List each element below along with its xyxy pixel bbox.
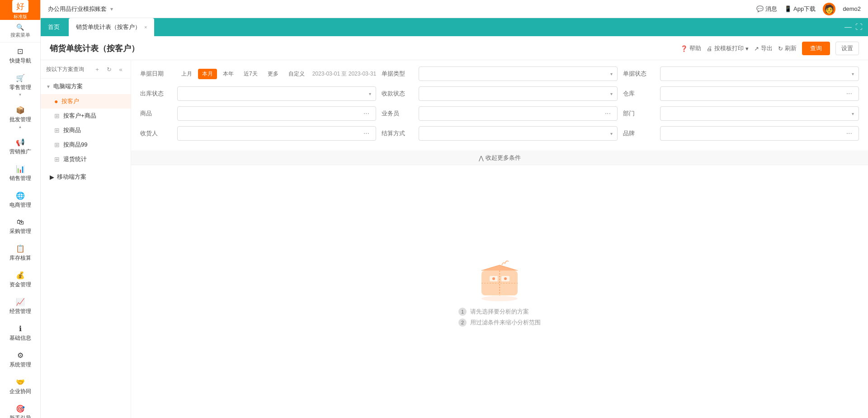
by-customer-label: 按客户 [61,97,79,105]
user-avatar[interactable]: 🧑 [823,3,835,15]
page-actions: ❓ 帮助 🖨 按模板打印 ▾ ↗ 导出 ↻ 刷新 查询 设置 [680,42,859,55]
date-btn-more[interactable]: 更多 [264,69,283,79]
tabbar-actions: — ⛶ [839,23,868,31]
purchase-icon: 🛍 [17,218,24,226]
salesperson-dots-icon[interactable]: ··· [603,109,613,118]
receiver-input[interactable]: ··· [177,126,376,141]
tabbar-minimize-icon[interactable]: — [844,23,852,31]
sidebar-item-wholesale[interactable]: 📦 批发管理 ▲ [0,101,40,133]
salesperson-input[interactable]: ··· [419,106,618,121]
scheme-item-return-stats[interactable]: ⊞ 退货统计 [41,152,131,166]
sidebar-item-sales[interactable]: 📊 销售管理 [0,160,40,187]
message-button[interactable]: 💬 消息 [756,5,777,13]
tab-close-icon[interactable]: × [144,24,147,30]
app-logo[interactable]: 好 标准版 [0,0,41,20]
collapse-up-icon: ⋀ [479,155,484,162]
department-input[interactable]: ▾ [660,106,859,121]
scheme-item-by-customer-goods[interactable]: ⊞ 按客户+商品 [41,109,131,123]
refresh-scheme-button[interactable]: ↻ [104,65,113,74]
desktop-group-header[interactable]: ▼ 电脑端方案 [41,79,131,94]
sidebar-item-new-guide[interactable]: 🎯 新手引导 [0,400,40,418]
export-button[interactable]: ↗ 导出 [754,44,773,52]
template-print-button[interactable]: 🖨 按模板打印 ▾ [707,44,749,52]
sidebar-item-finance[interactable]: 💰 资金管理 [0,266,40,293]
export-icon: ↗ [754,45,759,52]
out-status-input[interactable]: ▾ [177,86,376,101]
empty-state: 1 请先选择要分析的方案 2 用过滤条件来缩小分析范围 [131,165,868,418]
query-button[interactable]: 查询 [802,42,830,55]
goods-dots-icon[interactable]: ··· [362,109,371,118]
brand-input[interactable]: ··· [660,126,859,141]
sidebar-item-ecommerce[interactable]: 🌐 电商管理 [0,187,40,214]
sidebar-item-system[interactable]: ⚙ 系统管理 [0,347,40,373]
warehouse-input[interactable]: ··· [660,86,859,101]
finance-icon: 💰 [16,271,25,280]
sales-label: 销售管理 [9,175,31,182]
empty-illustration [472,257,527,302]
refresh-button[interactable]: ↻ 刷新 [778,44,797,52]
collect-status-input[interactable]: ▾ [419,86,618,101]
date-btn-current-month[interactable]: 本月 [198,69,217,79]
topbar-dropdown-icon[interactable]: ▾ [110,6,113,12]
settlement-input[interactable]: ▾ [419,126,618,141]
mobile-group-header[interactable]: ▶ 移动端方案 [41,170,131,184]
bill-status-input[interactable]: ▾ [660,66,859,81]
out-status-arrow-icon: ▾ [369,91,371,96]
date-btn-last-7-days[interactable]: 近7天 [240,69,262,79]
scheme-item-by-goods[interactable]: ⊞ 按商品 [41,123,131,138]
mobile-group-label: 移动端方案 [57,173,86,181]
sidebar-item-quick-nav[interactable]: ⊡ 快捷导航 [0,43,40,69]
refresh-icon: ↻ [778,45,783,52]
receiver-dots-icon[interactable]: ··· [362,129,371,138]
basic-info-icon: ℹ [19,324,22,333]
help-icon: ❓ [680,45,688,52]
mobile-scheme-group: ▶ 移动端方案 [41,170,131,187]
collapse-bar[interactable]: ⋀ 收起更多条件 [131,151,868,165]
settings-button[interactable]: 设置 [835,42,859,55]
sidebar: 好 标准版 🔍 搜索菜单 ⊡ 快捷导航 🛒 零售管理 ▼ 📦 批发管理 ▲ 📢 … [0,0,41,418]
sidebar-item-search[interactable]: 🔍 搜索菜单 [0,20,40,43]
collapse-panel-button[interactable]: « [116,65,125,74]
date-btn-custom[interactable]: 自定义 [284,69,309,79]
date-btn-current-year[interactable]: 本年 [219,69,238,79]
collect-status-arrow-icon: ▾ [610,91,613,96]
marketing-label: 营销推广 [9,148,31,156]
date-range-display: 2023-03-01 至 2023-03-31 [312,70,376,78]
warehouse-dots-icon[interactable]: ··· [844,90,854,98]
bill-type-input[interactable]: ▾ [419,66,618,81]
tab-home[interactable]: 首页 [41,18,67,36]
scheme-item-by-customer[interactable]: ● 按客户 [41,94,131,109]
sidebar-item-basic-info[interactable]: ℹ 基础信息 [0,320,40,347]
sidebar-item-purchase[interactable]: 🛍 采购管理 [0,214,40,240]
sidebar-item-inventory[interactable]: 📋 库存核算 [0,240,40,266]
add-scheme-button[interactable]: + [93,65,102,74]
return-stats-label: 退货统计 [63,155,87,163]
wholesale-label: 批发管理 [9,116,31,124]
brand-dots-icon[interactable]: ··· [844,129,854,138]
sidebar-item-retail[interactable]: 🛒 零售管理 ▼ [0,69,40,101]
settlement-label: 结算方式 [382,129,413,138]
sidebar-item-marketing[interactable]: 📢 营销推广 [0,133,40,160]
goods-input[interactable]: ··· [177,106,376,121]
scheme-item-by-goods-99[interactable]: ⊞ 按商品99 [41,138,131,152]
help-label: 帮助 [689,44,701,52]
purchase-label: 采购管理 [9,228,31,235]
empty-tip-1: 1 请先选择要分析的方案 [458,308,541,316]
desktop-scheme-group: ▼ 电脑端方案 ● 按客户 ⊞ 按客户+商品 ⊞ [41,79,131,170]
sidebar-item-enterprise[interactable]: 🤝 企业协同 [0,373,40,400]
user-name[interactable]: demo2 [843,5,861,12]
empty-svg-illustration [472,257,527,302]
ecommerce-icon: 🌐 [16,191,25,200]
help-button[interactable]: ❓ 帮助 [680,44,701,52]
tip-1-text: 请先选择要分析的方案 [470,308,529,316]
sidebar-item-operations[interactable]: 📈 经营管理 [0,293,40,320]
collect-status-label: 收款状态 [382,90,413,98]
app-download-button[interactable]: 📱 App下载 [784,5,816,13]
brand-label: 品牌 [623,129,655,138]
tab-active[interactable]: 销货单统计表（按客户） × [69,18,154,36]
left-panel-title: 按以下方案查询 [46,66,90,73]
tabbar-maximize-icon[interactable]: ⛶ [855,23,863,31]
print-icon: 🖨 [707,45,712,52]
logo-subtitle: 标准版 [14,14,27,20]
date-btn-last-month[interactable]: 上月 [177,69,196,79]
